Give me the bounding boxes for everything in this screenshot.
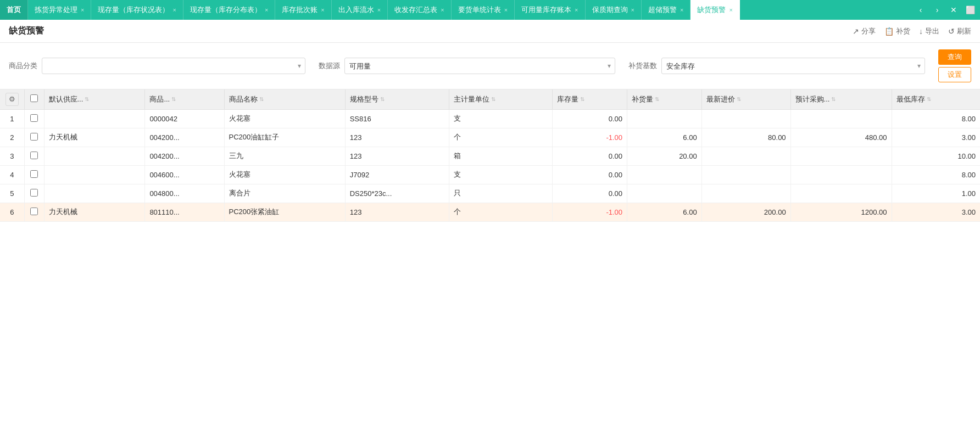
td-row-check-1[interactable] (24, 128, 44, 147)
td-row-index-4: 5 (0, 184, 24, 203)
th-latest-price-label: 最新进价 (706, 94, 735, 104)
td-replenish-3 (627, 165, 702, 184)
receive-summary-tab-label: 收发存汇总表 (394, 5, 437, 15)
close-tab-inventory-dist[interactable]: × (265, 7, 268, 13)
nav-tab-inout-flow[interactable]: 出入库流水 × (332, 0, 388, 20)
td-supplier-2 (44, 147, 145, 165)
refresh-button[interactable]: ↺ 刷新 (948, 26, 971, 36)
row-checkbox-2[interactable] (30, 152, 38, 159)
row-checkbox-4[interactable] (30, 189, 38, 197)
td-product-code-5: 801110... (145, 203, 224, 221)
td-est-purchase-3 (790, 165, 892, 184)
category-select[interactable] (42, 58, 305, 74)
nav-tab-receive-summary[interactable]: 收发存汇总表 × (388, 0, 451, 20)
export-button[interactable]: ↓ 导出 (919, 26, 939, 36)
td-stock-4: 0.00 (553, 184, 627, 203)
td-row-index-3: 4 (0, 165, 24, 184)
td-spec-2: 123 (345, 147, 449, 165)
close-tab-receive-summary[interactable]: × (441, 7, 444, 13)
nav-tab-inventory-dist[interactable]: 现存量（库存分布表） × (183, 0, 275, 20)
nav-tab-inventory-status[interactable]: 现存量（库存状况表） × (91, 0, 183, 20)
unit-sort-icon: ⇅ (491, 96, 495, 102)
nav-maximize-button[interactable]: ⬜ (962, 2, 978, 18)
td-supplier-0 (44, 109, 145, 128)
td-replenish-0 (627, 109, 702, 128)
td-unit-0: 支 (449, 109, 553, 128)
datasource-filter-group: 数据源 可用量 ▾ (319, 58, 615, 74)
close-tab-exception[interactable]: × (81, 7, 84, 13)
th-replenish[interactable]: 补货量 ⇅ (627, 89, 702, 109)
td-spec-3: J7092 (345, 165, 449, 184)
nav-tab-shortage[interactable]: 缺货预警 × (691, 0, 739, 20)
nav-next-button[interactable]: › (929, 2, 945, 18)
close-tab-expiry-query[interactable]: × (631, 7, 634, 13)
replenish-sort-icon: ⇅ (655, 96, 659, 102)
table-row: 3 004200... 三九 123 箱 0.00 20.00 10.00 (0, 147, 980, 165)
settings-button[interactable]: 设置 (938, 67, 971, 82)
th-product-name[interactable]: 商品名称 ⇅ (224, 89, 345, 109)
td-product-name-0: 火花塞 (224, 109, 345, 128)
close-tab-inventory-status[interactable]: × (172, 7, 176, 13)
row-checkbox-3[interactable] (30, 170, 38, 178)
th-settings: ⚙ (0, 89, 24, 109)
close-tab-overstock[interactable]: × (680, 7, 683, 13)
datasource-select[interactable]: 可用量 (344, 58, 615, 74)
replenish-base-select[interactable]: 安全库存 (661, 58, 925, 74)
th-product-code[interactable]: 商品... ⇅ (145, 89, 224, 109)
query-button[interactable]: 查询 (938, 49, 971, 65)
product-name-sort-icon: ⇅ (259, 96, 264, 102)
td-row-check-5[interactable] (24, 203, 44, 221)
td-stock-0: 0.00 (553, 109, 627, 128)
th-spec-label: 规格型号 (350, 94, 378, 104)
replenish-button[interactable]: 📋 补货 (884, 26, 910, 36)
close-tab-demand-stats[interactable]: × (504, 7, 508, 13)
nav-tab-home[interactable]: 首页 (0, 0, 28, 20)
product-code-sort-icon: ⇅ (171, 96, 176, 102)
td-stock-1: -1.00 (553, 128, 627, 147)
nav-tab-overstock[interactable]: 超储预警 × (642, 0, 691, 20)
td-row-index-5: 6 (0, 203, 24, 221)
th-unit[interactable]: 主计量单位 ⇅ (449, 89, 553, 109)
nav-tab-exception[interactable]: 拣货异常处理 × (28, 0, 91, 20)
row-checkbox-5[interactable] (30, 208, 38, 215)
td-replenish-1: 6.00 (627, 128, 702, 147)
row-checkbox-0[interactable] (30, 114, 38, 122)
share-button[interactable]: ↗ 分享 (853, 26, 876, 36)
td-est-purchase-5: 1200.00 (790, 203, 892, 221)
th-est-purchase[interactable]: 预计采购... ⇅ (790, 89, 892, 109)
nav-prev-button[interactable]: ‹ (913, 2, 928, 18)
nav-tab-demand-stats[interactable]: 要货单统计表 × (452, 0, 515, 20)
table-header-row: ⚙ 默认供应... ⇅ 商品... ⇅ (0, 89, 980, 109)
nav-close-button[interactable]: ✕ (946, 2, 961, 18)
td-row-check-0[interactable] (24, 109, 44, 128)
td-row-check-4[interactable] (24, 184, 44, 203)
home-tab-label: 首页 (7, 5, 21, 15)
data-table: ⚙ 默认供应... ⇅ 商品... ⇅ (0, 89, 980, 222)
nav-tab-batch-account[interactable]: 库存批次账 × (275, 0, 331, 20)
td-row-check-2[interactable] (24, 147, 44, 165)
page-header: 缺货预警 ↗ 分享 📋 补货 ↓ 导出 ↺ 刷新 (0, 20, 980, 43)
select-all-checkbox[interactable] (30, 94, 38, 102)
close-tab-available-ledger[interactable]: × (575, 7, 578, 13)
row-checkbox-1[interactable] (30, 133, 38, 141)
nav-tab-expiry-query[interactable]: 保质期查询 × (586, 0, 642, 20)
th-min-stock[interactable]: 最低库存 ⇅ (892, 89, 980, 109)
nav-tab-available-ledger[interactable]: 可用量库存账本 × (515, 0, 585, 20)
close-tab-batch-account[interactable]: × (321, 7, 324, 13)
td-min-stock-4: 1.00 (892, 184, 980, 203)
close-tab-shortage[interactable]: × (729, 7, 732, 13)
category-filter-label: 商品分类 (9, 61, 37, 71)
th-supplier[interactable]: 默认供应... ⇅ (44, 89, 145, 109)
th-spec[interactable]: 规格型号 ⇅ (345, 89, 449, 109)
td-min-stock-2: 10.00 (892, 147, 980, 165)
th-stock[interactable]: 库存量 ⇅ (553, 89, 627, 109)
table-row: 5 004800... 离合片 DS250*23c... 只 0.00 1.00 (0, 184, 980, 203)
th-latest-price[interactable]: 最新进价 ⇅ (701, 89, 790, 109)
td-product-name-5: PC200张紧油缸 (224, 203, 345, 221)
replenish-base-filter-label: 补货基数 (628, 61, 657, 71)
close-tab-inout-flow[interactable]: × (377, 7, 381, 13)
column-settings-button[interactable]: ⚙ (5, 93, 19, 106)
td-row-check-3[interactable] (24, 165, 44, 184)
replenish-label: 补货 (896, 26, 910, 36)
supplier-sort-icon: ⇅ (85, 96, 89, 102)
